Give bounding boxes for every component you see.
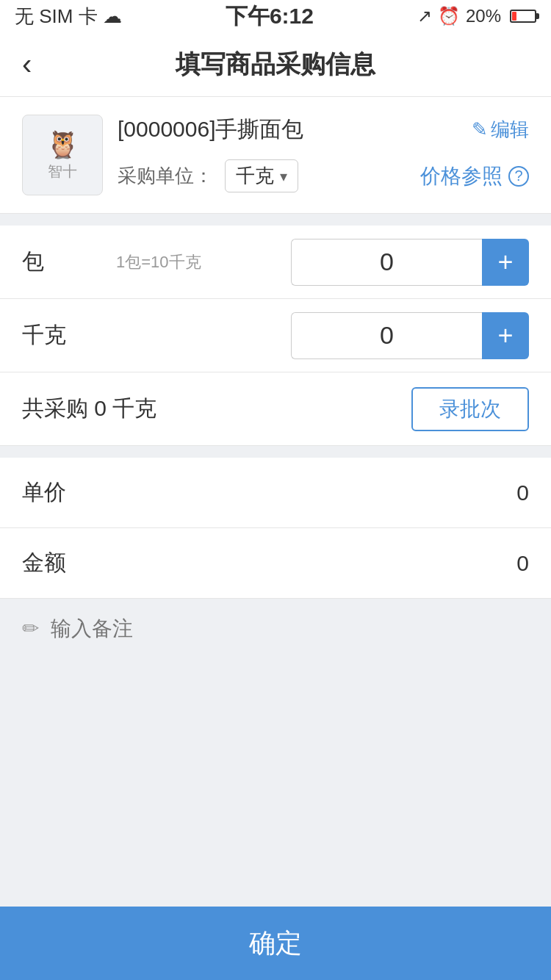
confirm-button[interactable]: 确定 [0,907,551,980]
kg-quantity-input[interactable] [291,312,482,359]
product-card: 🦉 智十 [0000006]手撕面包 ✎ 编辑 采购单位： 千克 ▾ 价格参照 … [0,97,551,214]
kg-input-row: 千克 + [0,299,551,372]
edit-button[interactable]: ✎ 编辑 [472,117,529,143]
price-ref-label: 价格参照 [420,162,503,190]
back-button[interactable]: ‹ [22,48,32,81]
content-spacer [0,658,551,932]
bao-input-row: 包 1包=10千克 + [0,226,551,299]
section-divider-2 [0,446,551,458]
remark-section: ✏ [0,599,551,658]
battery-percent: 20% [466,6,501,26]
alarm-icon: ⏰ [438,6,460,26]
status-time: 下午6:12 [226,1,314,32]
amount-label: 金额 [22,548,66,578]
bao-input-section: 包 1包=10千克 + [0,226,551,299]
status-right: ↗ ⏰ 20% [417,6,536,26]
total-row: 共采购 0 千克 录批次 [0,372,551,446]
bao-sublabel: 1包=10千克 [116,251,201,273]
bao-quantity-input[interactable] [291,239,482,286]
bao-label: 包 [22,247,110,277]
kg-plus-button[interactable]: + [482,312,529,359]
unit-price-label: 单价 [22,478,66,508]
remark-input[interactable] [51,617,529,641]
status-network: 无 SIM 卡 ☁ [15,4,122,29]
chevron-down-icon: ▾ [280,167,287,185]
unit-select[interactable]: 千克 ▾ [225,159,298,192]
brand-label: 智十 [48,162,77,181]
pencil-icon: ✏ [22,616,39,641]
total-label: 共采购 0 千克 [22,394,156,424]
product-image: 🦉 智十 [22,115,103,195]
kg-input-section: 千克 + [0,299,551,372]
battery-icon [507,10,536,23]
kg-label: 千克 [22,320,110,350]
price-section: 单价 0 金额 0 [0,458,551,599]
product-name: [0000006]手撕面包 [118,115,303,145]
product-thumbnail-icon: 🦉 [46,129,79,160]
kg-input-right: + [291,312,529,359]
nav-bar: ‹ 填写商品采购信息 [0,32,551,97]
unit-price-value: 0 [516,480,529,505]
location-icon: ↗ [417,6,432,26]
product-info: [0000006]手撕面包 ✎ 编辑 采购单位： 千克 ▾ 价格参照 ? [118,115,529,192]
section-divider-1 [0,214,551,226]
price-reference-button[interactable]: 价格参照 ? [420,162,529,190]
amount-row: 金额 0 [0,528,551,599]
unit-price-row: 单价 0 [0,458,551,528]
record-batch-button[interactable]: 录批次 [411,387,529,431]
edit-icon: ✎ [472,118,488,141]
unit-label: 采购单位： [118,163,213,189]
bao-input-right: + [291,239,529,286]
amount-value: 0 [516,551,529,576]
unit-value: 千克 [236,163,274,189]
page-title: 填写商品采购信息 [176,48,375,82]
help-icon: ? [508,166,529,187]
bao-plus-button[interactable]: + [482,239,529,286]
status-bar: 无 SIM 卡 ☁ 下午6:12 ↗ ⏰ 20% [0,0,551,32]
